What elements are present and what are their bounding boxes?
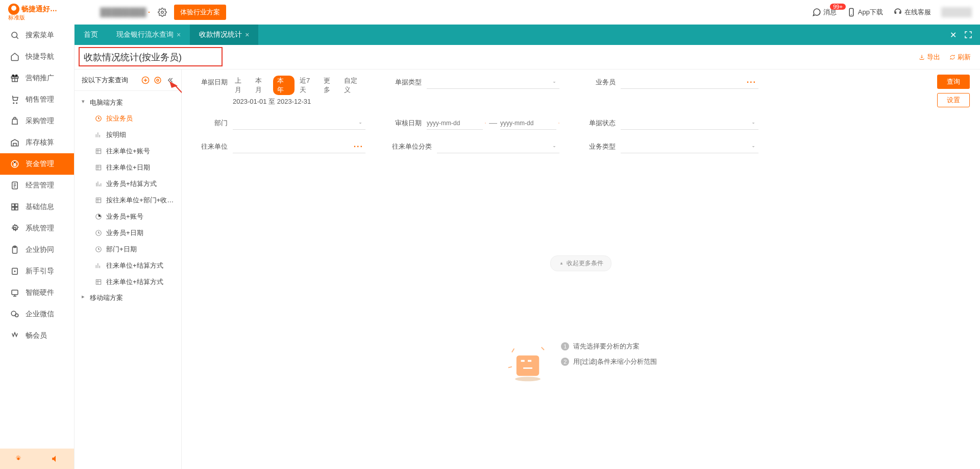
messages-link[interactable]: 消息 99+	[812, 8, 837, 17]
phone-icon	[847, 8, 856, 17]
date-chip[interactable]: 更多	[322, 76, 339, 95]
bill-date-label: 单据日期	[192, 76, 228, 87]
plus-icon[interactable]	[141, 76, 150, 84]
experience-button[interactable]: 体验行业方案	[174, 5, 226, 20]
table-icon	[95, 164, 102, 171]
nav-business[interactable]: 经营管理	[0, 175, 74, 196]
svg-rect-25	[96, 165, 101, 170]
nav-baseinfo[interactable]: 基础信息	[0, 196, 74, 218]
nav-quick[interactable]: 快捷导航	[0, 46, 74, 67]
nav-member[interactable]: 畅会员	[0, 325, 74, 346]
dept-select[interactable]	[233, 116, 365, 130]
nav-guide[interactable]: 新手引导	[0, 261, 74, 282]
svg-rect-7	[12, 204, 14, 206]
nav-collab[interactable]: 企业协同	[0, 239, 74, 261]
collapse-icon[interactable]	[166, 76, 174, 84]
chevron-down-icon	[357, 120, 363, 126]
message-icon	[812, 8, 821, 17]
nav-inventory[interactable]: 库存核算	[0, 132, 74, 153]
partner-select[interactable]: ···	[233, 140, 365, 153]
sound-icon[interactable]	[51, 454, 60, 463]
close-all-icon[interactable]: ✕	[950, 30, 957, 40]
bill-type-select[interactable]	[427, 76, 559, 89]
online-service-link[interactable]: 在线客服	[893, 8, 931, 17]
filter-area: 查询 设置 单据日期 上月 本月 本年 近7天	[182, 69, 980, 469]
nav-search[interactable]: 搜索菜单	[0, 25, 74, 46]
warehouse-icon	[10, 138, 19, 147]
tree-item[interactable]: 业务员+日期	[75, 225, 181, 241]
logo-text: 畅捷通好…	[21, 5, 57, 14]
salesman-select[interactable]: ···	[621, 76, 758, 89]
tree-item[interactable]: 往来单位+结算方式	[75, 257, 181, 274]
cart-icon	[10, 95, 19, 104]
more-icon[interactable]: ···	[747, 78, 756, 87]
tree-item[interactable]: 业务员+结算方式	[75, 176, 181, 192]
search-icon	[10, 31, 19, 40]
nav-wecom[interactable]: 企业微信	[0, 303, 74, 325]
nav-hardware[interactable]: 智能硬件	[0, 282, 74, 303]
tree-item[interactable]: 业务员+账号	[75, 208, 181, 225]
tree-item[interactable]: 按明细	[75, 127, 181, 143]
left-nav: 搜索菜单 快捷导航 营销推广 销售管理 采购管理 库存核算 资金管理 经营管理 …	[0, 25, 75, 469]
date-chip[interactable]: 本月	[253, 76, 271, 95]
more-icon[interactable]: ···	[354, 142, 363, 151]
svg-rect-36	[521, 360, 525, 362]
tree-item[interactable]: 部门+日期	[75, 241, 181, 257]
nav-finance[interactable]: 资金管理	[0, 153, 74, 175]
date-chips: 上月 本月 本年 近7天 更多 自定义	[233, 76, 365, 95]
clipboard-icon	[10, 245, 19, 254]
dept-label: 部门	[192, 116, 228, 128]
nav-purchase[interactable]: 采购管理	[0, 110, 74, 132]
svg-rect-10	[15, 207, 18, 210]
bill-status-label: 单据状态	[580, 116, 616, 128]
bag-icon	[10, 116, 19, 126]
tab-home[interactable]: 首页	[75, 25, 107, 45]
audit-date-from[interactable]	[427, 116, 483, 130]
tree-item[interactable]: 按业务员	[75, 110, 181, 127]
partner-cat-select[interactable]	[437, 140, 559, 153]
chevron-up-icon	[558, 261, 565, 267]
close-icon[interactable]: ×	[245, 31, 249, 39]
bill-status-select[interactable]	[621, 116, 758, 130]
gear-icon[interactable]	[14, 454, 23, 463]
nav-marketing[interactable]: 营销推广	[0, 67, 74, 89]
calendar-icon[interactable]	[558, 120, 559, 126]
chevron-down-icon	[551, 79, 557, 85]
export-button[interactable]: 导出	[919, 53, 940, 62]
tree-item[interactable]: 按往来单位+部门+收…	[75, 192, 181, 208]
tree-group-desktop[interactable]: 电脑端方案	[75, 95, 181, 110]
org-selector[interactable]: ████████	[100, 8, 146, 17]
tree-item[interactable]: 往来单位+日期	[75, 159, 181, 176]
date-chip[interactable]: 自定义	[342, 76, 366, 95]
audit-date-to[interactable]	[500, 116, 556, 130]
tree-group-mobile[interactable]: 移动端方案	[75, 290, 181, 306]
date-chip[interactable]: 上月	[233, 76, 250, 95]
nav-system[interactable]: 系统管理	[0, 218, 74, 239]
home-icon	[10, 52, 19, 61]
nav-footer	[0, 449, 74, 469]
tab-cashflow[interactable]: 现金银行流水查询×	[107, 25, 190, 45]
chart-icon	[95, 262, 102, 269]
gear-icon[interactable]	[154, 76, 162, 84]
app-download-link[interactable]: App下载	[847, 8, 883, 17]
query-button[interactable]: 查询	[937, 75, 970, 89]
date-chip[interactable]: 本年	[273, 76, 295, 95]
export-icon	[919, 54, 925, 60]
chevron-down-icon[interactable]	[146, 10, 152, 15]
nav-sales[interactable]: 销售管理	[0, 89, 74, 110]
gear-icon[interactable]	[158, 8, 167, 17]
settings-button[interactable]: 设置	[937, 93, 970, 107]
fullscreen-icon[interactable]	[964, 30, 973, 39]
collapse-filters[interactable]: 收起更多条件	[550, 255, 611, 271]
tree-item[interactable]: 往来单位+结算方式	[75, 274, 181, 290]
table-icon	[95, 148, 102, 155]
date-chip[interactable]: 近7天	[298, 76, 318, 95]
calendar-icon[interactable]	[485, 120, 486, 126]
user-avatar[interactable]	[941, 7, 972, 17]
svg-rect-9	[12, 207, 14, 210]
biz-type-select[interactable]	[621, 140, 758, 153]
close-icon[interactable]: ×	[177, 31, 181, 39]
tab-receipt-stats[interactable]: 收款情况统计×	[190, 25, 258, 45]
tree-item[interactable]: 往来单位+账号	[75, 143, 181, 159]
refresh-button[interactable]: 刷新	[949, 53, 971, 62]
